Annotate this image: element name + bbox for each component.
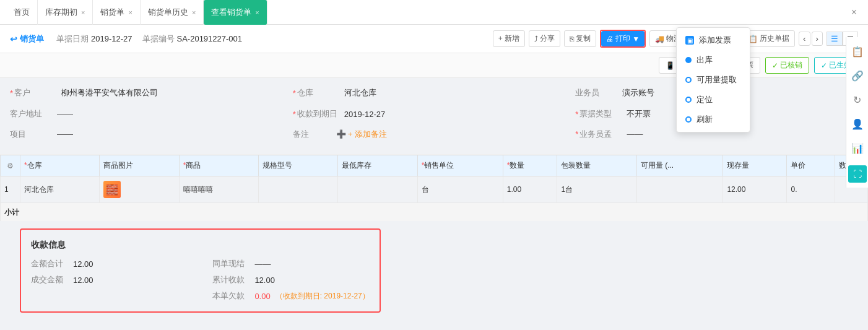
qty-header: *数量 [503,155,557,176]
tab-bar: 首页 库存期初 × 销货单 × 销货单历史 × 查看销货单 × × [0,0,868,25]
project-field: 项目 —— [10,128,293,141]
logistics-icon: 🚚 [655,35,664,43]
tab-inventory-init[interactable]: 库存期初 × [38,0,93,25]
add-note-button[interactable]: ➕ + 添加备注 [336,129,387,140]
tab-sales-history[interactable]: 销货单历史 × [141,0,204,25]
settings-header[interactable]: ⚙ [1,155,20,176]
available-qty-icon [685,77,692,83]
min-stock-header: 最低库存 [338,155,417,176]
locate-icon [685,97,692,103]
effective-icon: ✓ [821,61,827,70]
gear-icon[interactable]: ⚙ [7,162,14,170]
nav-arrows: ‹ › [799,32,823,46]
available-header: 可用量 (... [636,155,723,176]
print-dropdown-arrow: ▼ [632,35,640,43]
sidebar-icon-5[interactable]: 📊 [848,139,867,158]
sidebar-icon-1[interactable]: 📋 [848,42,867,61]
tab-home[interactable]: 首页 [6,0,38,25]
row-product-img: 🧱 [100,176,179,203]
warehouse-field: * 仓库 河北仓库 [293,85,576,100]
table-header-row: ⚙ *仓库 商品图片 *商品 规格型号 最低库存 *销售单位 *数量 包装数量 … [1,155,868,176]
next-button[interactable]: › [812,32,823,46]
row-spec [258,176,337,203]
share-button[interactable]: ⤴ 分享 [529,30,560,47]
close-inventory-init[interactable]: × [81,9,85,16]
spec-header: 规格型号 [258,155,337,176]
add-invoice-icon: ▣ [685,36,694,45]
doc-icon: ↩ [10,34,17,44]
summary-container: 收款信息 金额合计 12.00 同单现结 —— 成交金额 12.00 累计收款 … [0,221,868,330]
warehouse-header: *仓库 [20,155,100,176]
payment-date-field: * 收款到期日 2019-12-27 [293,108,576,121]
product-header: *商品 [179,155,258,176]
transaction-amount-item: 成交金额 12.00 [31,274,188,285]
mobile-icon: 📱 [666,61,675,70]
prev-button[interactable]: ‹ [799,32,810,46]
dropdown-outbound[interactable]: 出库 [677,50,750,70]
row-unit: 台 [417,176,503,203]
confirm-icon: ✓ [772,61,778,70]
current-owed-item: 本单欠款 0.00 （收款到期日: 2019-12-27） [212,290,369,302]
print-icon: 🖨 [606,35,614,43]
unit-header: *销售单位 [417,155,503,176]
data-table: ⚙ *仓库 商品图片 *商品 规格型号 最低库存 *销售单位 *数量 包装数量 … [0,155,868,221]
summary-section: 收款信息 金额合计 12.00 同单现结 —— 成交金额 12.00 累计收款 … [20,228,381,313]
amount-total-item: 金额合计 12.00 [31,258,188,269]
right-sidebar: 📋 🔗 ↻ 👤 📊 ⛶ [846,37,868,188]
row-available [636,176,723,203]
close-sales-history[interactable]: × [192,9,196,16]
subtotal-cell: 小计 [1,203,868,222]
list-view-button[interactable]: ☰ [827,32,843,46]
confirm-button[interactable]: ✓ 已核销 [765,57,809,74]
doc-number-field: 单据编号 SA-20191227-001 [142,33,243,45]
sidebar-icon-2[interactable]: 🔗 [848,66,867,85]
product-img-header: 商品图片 [100,155,179,176]
tab-view-sales[interactable]: 查看销货单 × [204,0,267,25]
sidebar-icon-3[interactable]: ↻ [849,90,865,110]
same-order-settlement-item: 同单现结 —— [212,258,369,269]
customer-field: * 客户 柳州粤港平安气体有限公司 [10,85,293,100]
row-seq: 1 [1,176,20,203]
dropdown-locate[interactable]: 定位 [677,90,750,110]
pkg-qty-header: 包装数量 [557,155,636,176]
doc-title: ↩ 销货单 [10,33,44,45]
copy-button[interactable]: ⎘ 复制 [564,30,596,47]
print-highlight: 🖨 打印 ▼ [600,30,646,48]
doc-date-field: 单据日期 2019-12-27 [56,33,132,45]
dropdown-refresh[interactable]: 刷新 [677,110,750,129]
dropdown-available-qty[interactable]: 可用量提取 [677,70,750,90]
note-field: 备注 ➕ + 添加备注 [293,129,576,140]
row-stock: 12.00 [723,176,787,203]
sidebar-icon-4[interactable]: 👤 [848,115,867,134]
close-view-sales[interactable]: × [255,9,259,16]
price-header: 单价 [787,155,835,176]
new-button[interactable]: + 新增 [493,30,525,47]
history-button[interactable]: 📋 历史单据 [743,30,795,47]
doc-meta: 单据日期 2019-12-27 单据编号 SA-20191227-001 [56,33,480,45]
outbound-icon [685,57,692,63]
close-sales-order[interactable]: × [128,9,132,16]
row-qty: 1.00 [503,176,557,203]
cumulative-payment-item: 累计收款 12.00 [212,274,369,285]
row-warehouse: 河北仓库 [20,176,100,203]
row-min-stock [338,176,417,203]
toolbar: + 新增 ⤴ 分享 ⎘ 复制 🖨 打印 ▼ 🚚 物流信息 [493,30,858,48]
tab-sales-order[interactable]: 销货单 × [93,0,140,25]
row-product: 嘻嘻嘻嘻 [179,176,258,203]
refresh-icon [685,116,692,123]
summary-title: 收款信息 [31,240,370,251]
table-row: 1 河北仓库 🧱 嘻嘻嘻嘻 台 1.00 1台 12.00 0. [1,176,868,203]
subtotal-row: 小计 [1,203,868,222]
share-icon: ⤴ [534,35,538,43]
operations-dropdown: ▣ 添加发票 出库 可用量提取 定位 刷新 [676,27,750,132]
print-button[interactable]: 🖨 打印 ▼ [601,31,644,46]
doc-header: ↩ 销货单 单据日期 2019-12-27 单据编号 SA-20191227-0… [0,25,868,53]
row-pkg-qty: 1台 [557,176,636,203]
close-all-tabs[interactable]: × [846,7,862,18]
table-container: ⚙ *仓库 商品图片 *商品 规格型号 最低库存 *销售单位 *数量 包装数量 … [0,155,868,221]
dropdown-add-invoice[interactable]: ▣ 添加发票 [677,30,750,50]
address-field: 客户地址 —— [10,108,293,121]
expand-icon[interactable]: ⛶ [848,165,867,183]
plus-icon: ➕ [336,129,346,139]
product-thumbnail: 🧱 [103,181,121,198]
